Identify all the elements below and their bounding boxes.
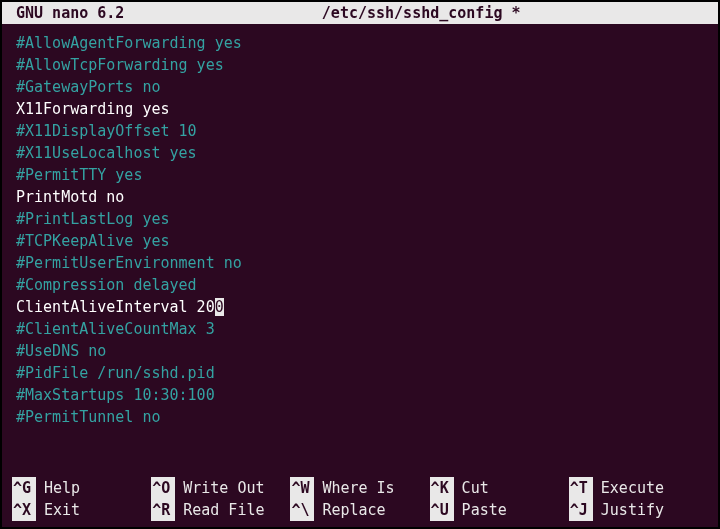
text-cursor: 0 (215, 298, 224, 316)
buffer-line[interactable]: #X11DisplayOffset 10 (16, 120, 704, 142)
nano-file-path: /etc/ssh/sshd_config * (124, 2, 718, 24)
buffer-line[interactable]: #UseDNS no (16, 340, 704, 362)
buffer-line[interactable]: #X11UseLocalhost yes (16, 142, 704, 164)
nano-title-bar: GNU nano 6.2 /etc/ssh/sshd_config * (2, 2, 718, 24)
buffer-line[interactable]: #PrintLastLog yes (16, 208, 704, 230)
help-cell: ^GHelp (12, 477, 151, 499)
help-key-[interactable]: ^\ (290, 499, 314, 521)
help-key-g[interactable]: ^G (12, 477, 36, 499)
buffer-line[interactable]: X11Forwarding yes (16, 98, 704, 120)
help-cell: ^UPaste (430, 499, 569, 521)
help-key-t[interactable]: ^T (569, 477, 593, 499)
help-row: ^XExit^RRead File^\Replace^UPaste^JJusti… (12, 499, 708, 521)
help-key-r[interactable]: ^R (151, 499, 175, 521)
buffer-line[interactable]: #MaxStartups 10:30:100 (16, 384, 704, 406)
buffer-line[interactable]: ClientAliveInterval 200 (16, 296, 704, 318)
help-label: Where Is (322, 477, 394, 499)
help-label: Read File (183, 499, 264, 521)
help-cell: ^RRead File (151, 499, 290, 521)
help-cell: ^WWhere Is (290, 477, 429, 499)
buffer-line[interactable]: #PermitTunnel no (16, 406, 704, 428)
nano-help-bar: ^GHelp^OWrite Out^WWhere Is^KCut^TExecut… (12, 477, 708, 521)
terminal-window: GNU nano 6.2 /etc/ssh/sshd_config * #All… (0, 0, 720, 529)
help-label: Replace (322, 499, 385, 521)
help-cell: ^JJustify (569, 499, 708, 521)
buffer-line[interactable]: #TCPKeepAlive yes (16, 230, 704, 252)
help-key-k[interactable]: ^K (430, 477, 454, 499)
help-cell: ^XExit (12, 499, 151, 521)
help-key-w[interactable]: ^W (290, 477, 314, 499)
help-key-j[interactable]: ^J (569, 499, 593, 521)
help-label: Help (44, 477, 80, 499)
buffer-line[interactable]: PrintMotd no (16, 186, 704, 208)
buffer-line[interactable]: #PermitTTY yes (16, 164, 704, 186)
nano-app-name: GNU nano 6.2 (12, 2, 124, 24)
buffer-line[interactable]: #PermitUserEnvironment no (16, 252, 704, 274)
help-label: Write Out (183, 477, 264, 499)
help-label: Execute (601, 477, 664, 499)
buffer-line[interactable]: #AllowAgentForwarding yes (16, 32, 704, 54)
help-label: Justify (601, 499, 664, 521)
buffer-line[interactable]: #AllowTcpForwarding yes (16, 54, 704, 76)
buffer-line[interactable]: #Compression delayed (16, 274, 704, 296)
help-key-x[interactable]: ^X (12, 499, 36, 521)
help-cell: ^OWrite Out (151, 477, 290, 499)
editor-buffer[interactable]: #AllowAgentForwarding yes#AllowTcpForwar… (2, 24, 718, 428)
help-label: Exit (44, 499, 80, 521)
help-key-o[interactable]: ^O (151, 477, 175, 499)
help-cell: ^TExecute (569, 477, 708, 499)
buffer-line[interactable]: #GatewayPorts no (16, 76, 704, 98)
help-cell: ^\Replace (290, 499, 429, 521)
help-row: ^GHelp^OWrite Out^WWhere Is^KCut^TExecut… (12, 477, 708, 499)
help-key-u[interactable]: ^U (430, 499, 454, 521)
help-label: Cut (462, 477, 489, 499)
buffer-line[interactable]: #PidFile /run/sshd.pid (16, 362, 704, 384)
help-label: Paste (462, 499, 507, 521)
help-cell: ^KCut (430, 477, 569, 499)
buffer-line[interactable]: #ClientAliveCountMax 3 (16, 318, 704, 340)
